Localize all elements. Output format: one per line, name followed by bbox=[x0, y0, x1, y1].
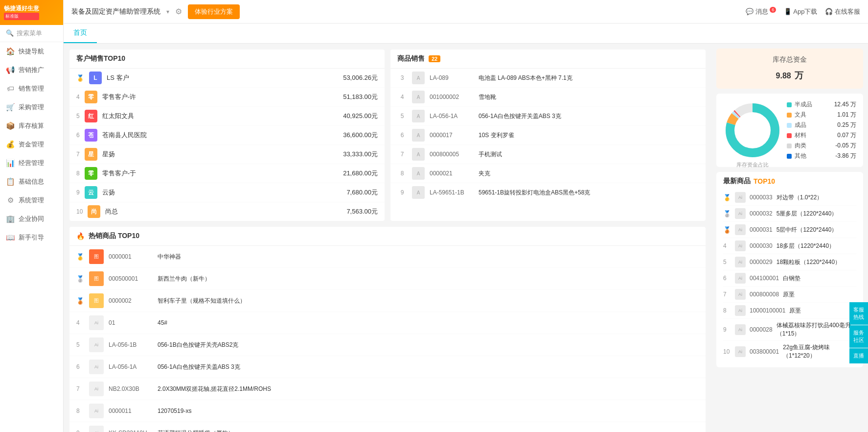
dropdown-icon[interactable]: ▾ bbox=[166, 8, 169, 15]
product-thumb: Ai bbox=[89, 360, 104, 374]
sidebar-nav: 🏠快捷导航📢营销推广🏷销售管理🛒采购管理📦库存核算💰资金管理📊经营管理📋基础信息… bbox=[0, 42, 63, 432]
search-menu[interactable]: 🔍 搜索菜单 bbox=[0, 25, 63, 42]
list-item: 5 Ai LA-056-1B 056-1B白色按键开关壳ABS2克 bbox=[69, 334, 706, 356]
product-icon: Ai bbox=[735, 289, 746, 300]
product-sales-header: 商品销售 22 bbox=[390, 49, 706, 69]
sidebar-item-marketing[interactable]: 📢营销推广 bbox=[0, 61, 63, 79]
sidebar-item-system[interactable]: ⚙系统管理 bbox=[0, 191, 63, 210]
float-btn-直播[interactable]: 直播 bbox=[849, 348, 868, 363]
rank-num: 6 bbox=[723, 275, 731, 282]
rank-num: 3 bbox=[397, 74, 407, 81]
product-name: 056-1A白色按键开关盖ABS 3克 bbox=[479, 112, 699, 120]
sidebar-item-purchase[interactable]: 🛒采购管理 bbox=[0, 98, 63, 117]
sidebar-item-sales[interactable]: 🏷销售管理 bbox=[0, 79, 63, 98]
product-img: A bbox=[412, 186, 425, 199]
product-img: A bbox=[412, 129, 425, 142]
nav-icon-finance: 💰 bbox=[6, 140, 15, 149]
product-code: 0000030 bbox=[750, 242, 773, 249]
sidebar-item-enterprise[interactable]: 🏢企业协同 bbox=[0, 210, 63, 228]
product-name: 10S 变利罗雀 bbox=[479, 131, 699, 140]
rank-num: 5 bbox=[76, 341, 84, 348]
message-badge: 6 bbox=[770, 7, 776, 13]
product-name: 花语萌恒温分腿睡袋（厚款） bbox=[158, 429, 234, 432]
table-row: 9 A LA-59651-1B 59651-1B旋转投影灯电池盒ABS黑色+58… bbox=[390, 183, 706, 202]
product-name: 5层中纤（1220*2440） bbox=[777, 226, 856, 234]
float-buttons: 客服热线服务社区直播 bbox=[849, 302, 868, 363]
rank-num: 8 bbox=[76, 170, 80, 177]
sidebar-item-guide[interactable]: 📖新手引导 bbox=[0, 228, 63, 247]
product-code: 003800001 bbox=[750, 348, 779, 355]
sidebar-item-basic[interactable]: 📋基础信息 bbox=[0, 172, 63, 191]
legend-name: 肉类 bbox=[795, 142, 835, 150]
product-code: 0000033 bbox=[750, 194, 773, 201]
hot-products-list: 🥇 图 0000001 中华神器 🥈 图 000500001 新西兰牛肉（新牛）… bbox=[69, 246, 706, 432]
float-btn-客服热线[interactable]: 客服热线 bbox=[849, 302, 868, 325]
product-code: 0000029 bbox=[750, 259, 773, 265]
product-name: 手机测试 bbox=[479, 150, 699, 159]
list-item: 🥇 图 0000001 中华神器 bbox=[69, 246, 706, 268]
product-thumb: Ai bbox=[89, 426, 104, 432]
chart-card: 库存资金占比 半成品 12.45 万 文具 1.01 万 成品 0.25 万 材… bbox=[716, 94, 863, 167]
customer-amount: 51,183.00元 bbox=[343, 93, 378, 101]
medal-icon: 🥇 bbox=[76, 74, 84, 82]
legend-name: 材料 bbox=[795, 131, 837, 140]
rank-num: 8 bbox=[397, 170, 407, 177]
product-icon: Ai bbox=[735, 208, 746, 219]
float-btn-服务社区[interactable]: 服务社区 bbox=[849, 325, 868, 348]
product-code: 0000017 bbox=[430, 132, 474, 139]
app-download-btn[interactable]: 📱 App下载 bbox=[784, 7, 817, 16]
gear-icon[interactable]: ⚙ bbox=[175, 7, 182, 16]
customer-badge: 红 bbox=[85, 110, 97, 122]
product-name: 电池盖 LA-089 ABS本色+黑种 7.1克 bbox=[479, 74, 699, 82]
customer-name: 红太阳文具 bbox=[102, 112, 338, 120]
product-code: 0000032 bbox=[750, 210, 773, 217]
product-code: 01 bbox=[109, 319, 153, 326]
product-code: LA-056-1A bbox=[430, 113, 474, 120]
rank-num: 7 bbox=[723, 291, 731, 298]
inventory-card: 库存总资金 9.88 万 bbox=[716, 48, 863, 89]
legend-value: 12.45 万 bbox=[834, 100, 856, 109]
customer-badge: L bbox=[89, 72, 102, 84]
product-name: 59651-1B旋转投影灯电池盒ABS黑色+58克 bbox=[479, 189, 699, 197]
table-row: 7 A 000800005 手机测试 bbox=[390, 145, 706, 164]
product-name: 056-1B白色按键开关壳ABS2克 bbox=[158, 341, 238, 349]
legend-value: 1.01 万 bbox=[837, 111, 856, 119]
product-code: 0000011 bbox=[109, 408, 153, 414]
product-code: 0000002 bbox=[109, 297, 153, 304]
legend-dot bbox=[787, 144, 792, 148]
medal-icon: 🥇 bbox=[723, 194, 731, 201]
tab-home[interactable]: 首页 bbox=[64, 24, 97, 43]
customer-amount: 7,563.00元 bbox=[346, 207, 378, 216]
customer-name: 星扬 bbox=[102, 150, 338, 159]
product-icon: Ai bbox=[735, 257, 746, 267]
legend-dot bbox=[787, 113, 792, 118]
online-service-btn[interactable]: 🎧 在线客服 bbox=[825, 7, 860, 16]
panel-main: 客户销售TOP10 🥇 L LS 客户 53,006.26元 4 零 零售客户-… bbox=[64, 44, 711, 432]
legend-item: 其他 -3.86 万 bbox=[787, 152, 856, 160]
sidebar-item-quick-nav[interactable]: 🏠快捷导航 bbox=[0, 42, 63, 61]
legend-name: 成品 bbox=[795, 121, 837, 129]
product-name: 18多层（1220*2440） bbox=[777, 242, 856, 250]
list-item: 4 Ai 0000030 18多层（1220*2440） bbox=[723, 238, 856, 254]
customer-amount: 40,925.00元 bbox=[343, 112, 378, 120]
trial-button[interactable]: 体验行业方案 bbox=[188, 4, 240, 19]
table-row: 4 零 零售客户-许 51,183.00元 bbox=[69, 88, 385, 107]
legend-item: 半成品 12.45 万 bbox=[787, 100, 856, 109]
sidebar: 畅捷通好生意 标准版 🔍 搜索菜单 🏠快捷导航📢营销推广🏷销售管理🛒采购管理📦库… bbox=[0, 0, 64, 432]
message-btn[interactable]: 💬 消息 6 bbox=[746, 7, 776, 16]
legend-dot bbox=[787, 123, 792, 128]
top-row: 客户销售TOP10 🥇 L LS 客户 53,006.26元 4 零 零售客户-… bbox=[69, 49, 706, 221]
product-name: 体械荔核味苏打饮品400毫升（1*15） bbox=[777, 321, 856, 338]
product-name: 原垩 bbox=[783, 290, 856, 299]
customer-top10-header: 客户销售TOP10 bbox=[69, 49, 385, 69]
sidebar-item-operation[interactable]: 📊经营管理 bbox=[0, 154, 63, 172]
sidebar-item-finance[interactable]: 💰资金管理 bbox=[0, 135, 63, 154]
list-item: 🥈 图 000500001 新西兰牛肉（新牛） bbox=[69, 268, 706, 290]
sidebar-item-inventory[interactable]: 📦库存核算 bbox=[0, 117, 63, 135]
product-thumb: Ai bbox=[89, 337, 104, 352]
rank-num: 10 bbox=[76, 208, 83, 215]
newest-products-header: 最新商品 TOP10 bbox=[723, 177, 856, 186]
nav-icon-quick-nav: 🏠 bbox=[6, 47, 15, 56]
legend-dot bbox=[787, 133, 792, 138]
rank-num: 8 bbox=[76, 408, 84, 414]
